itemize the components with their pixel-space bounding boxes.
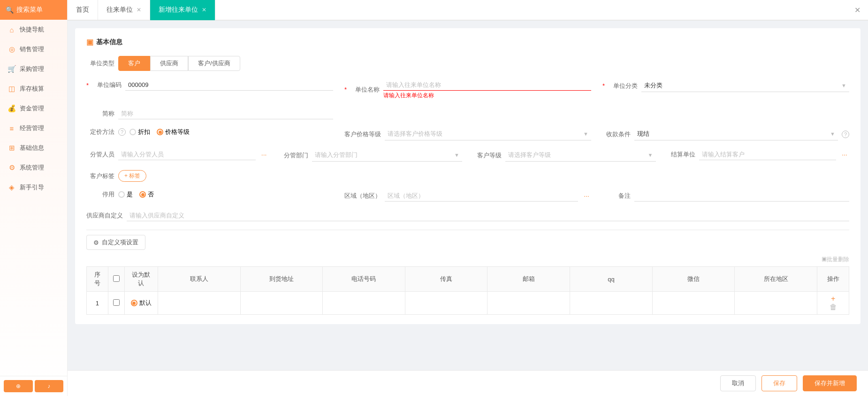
tab-new-partner[interactable]: 新增往来单位 ✕: [150, 0, 215, 20]
row-address[interactable]: [240, 292, 323, 315]
pricing-price-level-circle: [157, 129, 163, 135]
customer-price-level-item: 客户价格等级 请选择客户价格等级 ▼: [344, 128, 591, 140]
unit-code-input[interactable]: [125, 79, 333, 91]
row-delete-btn[interactable]: 🗑: [827, 302, 839, 312]
region-input[interactable]: [385, 190, 578, 202]
payment-terms-select[interactable]: 现结 ▼: [634, 128, 838, 140]
sidebar-item-operation[interactable]: ≡ 经营管理: [0, 118, 67, 138]
supplier-custom-item: 供应商自定义: [86, 210, 849, 221]
payment-terms-label: 收款条件: [602, 130, 631, 139]
settlement-ellipsis[interactable]: ···: [840, 150, 849, 159]
disabled-no-circle: [139, 191, 146, 198]
unit-name-input[interactable]: [383, 79, 591, 91]
row-wechat[interactable]: [652, 292, 735, 315]
row-contact[interactable]: [158, 292, 240, 315]
tab-home[interactable]: 首页: [68, 0, 98, 20]
pricing-radio-group: 折扣 价格等级: [129, 128, 190, 136]
row-address-input[interactable]: [245, 300, 318, 307]
footer: 取消 保存 保存并新增: [68, 370, 868, 396]
unit-name-error: 请输入往来单位名称: [383, 92, 591, 100]
row-qq-input[interactable]: [575, 300, 647, 307]
row-wechat-input[interactable]: [657, 300, 730, 307]
row-index: 1: [87, 292, 108, 315]
sidebar: 🔍 搜索菜单 ⌂ 快捷导航 ◎ 销售管理 🛒 采购管理 ◫ 库存核算 💰 资金管…: [0, 0, 68, 396]
table-select-all[interactable]: [113, 275, 120, 282]
sidebar-item-finance[interactable]: 💰 资金管理: [0, 99, 67, 118]
manager-input[interactable]: [118, 149, 256, 160]
save-button[interactable]: 保存: [761, 375, 797, 391]
remark-input[interactable]: [634, 190, 849, 202]
table-body: 1 默认: [87, 292, 849, 315]
row-fax[interactable]: [405, 292, 487, 315]
short-name-input[interactable]: [118, 108, 333, 119]
batch-delete[interactable]: ▣ 批量删除: [86, 256, 849, 264]
row-phone[interactable]: [323, 292, 405, 315]
payment-terms-value: 现结: [637, 130, 828, 138]
sidebar-item-purchase[interactable]: 🛒 采购管理: [0, 59, 67, 79]
cancel-button[interactable]: 取消: [720, 375, 756, 391]
add-tag-btn[interactable]: + 标签: [118, 170, 146, 182]
custom-settings-icon: ⚙: [93, 239, 99, 246]
tab-partners[interactable]: 往来单位 ✕: [98, 0, 150, 20]
sidebar-item-system[interactable]: ⚙ 系统管理: [0, 158, 67, 178]
pricing-price-level[interactable]: 价格等级: [157, 128, 190, 136]
save-new-button[interactable]: 保存并新增: [803, 375, 857, 391]
short-name-label: 简称: [86, 109, 114, 118]
customer-level-arrow: ▼: [648, 152, 653, 158]
unit-type-customer[interactable]: 客户: [118, 56, 150, 71]
customer-level-select[interactable]: 请选择客户等级 ▼: [505, 149, 656, 162]
row-email-input[interactable]: [492, 300, 565, 307]
col-wechat: 微信: [652, 267, 735, 292]
settlement-input[interactable]: [699, 149, 837, 160]
add-tag-label: + 标签: [124, 172, 140, 180]
col-default: 设为默认: [124, 267, 158, 292]
sidebar-item-label: 销售管理: [20, 45, 44, 54]
row-email[interactable]: [487, 292, 570, 315]
sidebar-item-sales[interactable]: ◎ 销售管理: [0, 39, 67, 59]
row-fax-input[interactable]: [410, 300, 483, 307]
sidebar-btn2[interactable]: ♪: [35, 380, 64, 392]
col-qq: qq: [570, 267, 653, 292]
remark-label: 备注: [602, 192, 631, 200]
disabled-no[interactable]: 否: [139, 190, 154, 199]
row-select[interactable]: [113, 299, 120, 306]
unit-type-both[interactable]: 客户/供应商: [188, 56, 240, 71]
sidebar-item-quick-nav[interactable]: ⌂ 快捷导航: [0, 20, 67, 39]
sidebar-search-label: 搜索菜单: [16, 6, 43, 14]
finance-icon: 💰: [8, 104, 16, 113]
divider: [86, 230, 849, 230]
manager-ellipsis[interactable]: ···: [259, 150, 269, 159]
unit-type-supplier[interactable]: 供应商: [150, 56, 188, 71]
row-action: + 🗑: [817, 292, 849, 315]
row-region[interactable]: [735, 292, 817, 315]
window-close-btn[interactable]: ✕: [847, 0, 868, 20]
pricing-help-icon[interactable]: ?: [118, 128, 126, 136]
custom-settings-btn[interactable]: ⚙ 自定义项设置: [86, 235, 145, 250]
row-contact-input[interactable]: [163, 300, 236, 307]
row-default-radio[interactable]: 默认: [129, 299, 153, 307]
tab-partners-close[interactable]: ✕: [137, 7, 141, 13]
sidebar-search[interactable]: 🔍 搜索菜单: [0, 0, 67, 20]
payment-terms-help-icon[interactable]: ?: [842, 131, 849, 138]
department-select[interactable]: 请输入分管部门 ▼: [312, 149, 463, 162]
disabled-item: 停用 是 否: [86, 190, 333, 199]
pricing-discount[interactable]: 折扣: [129, 128, 150, 136]
sidebar-item-basic[interactable]: ⊞ 基础信息: [0, 138, 67, 158]
disabled-no-dot: [141, 193, 145, 196]
customer-price-level-select[interactable]: 请选择客户价格等级 ▼: [385, 128, 591, 140]
manager-item: 分管人员 ···: [86, 149, 269, 160]
department-item: 分管部门 请输入分管部门 ▼: [280, 149, 463, 162]
row-phone-input[interactable]: [327, 300, 400, 307]
batch-delete-icon: ▣: [822, 256, 827, 264]
tab-new-partner-close[interactable]: ✕: [202, 7, 206, 13]
row-qq[interactable]: [570, 292, 653, 315]
sidebar-item-inventory[interactable]: ◫ 库存核算: [0, 79, 67, 99]
sidebar-item-guide[interactable]: ◈ 新手引导: [0, 178, 67, 197]
row-region-input[interactable]: [739, 300, 812, 307]
unit-category-select[interactable]: 未分类 ▼: [641, 79, 849, 92]
sidebar-btn1[interactable]: ⊕: [4, 380, 33, 392]
department-value: 请输入分管部门: [315, 151, 453, 159]
disabled-yes[interactable]: 是: [118, 190, 133, 199]
region-ellipsis[interactable]: ···: [582, 191, 591, 201]
supplier-custom-input[interactable]: [127, 210, 849, 221]
